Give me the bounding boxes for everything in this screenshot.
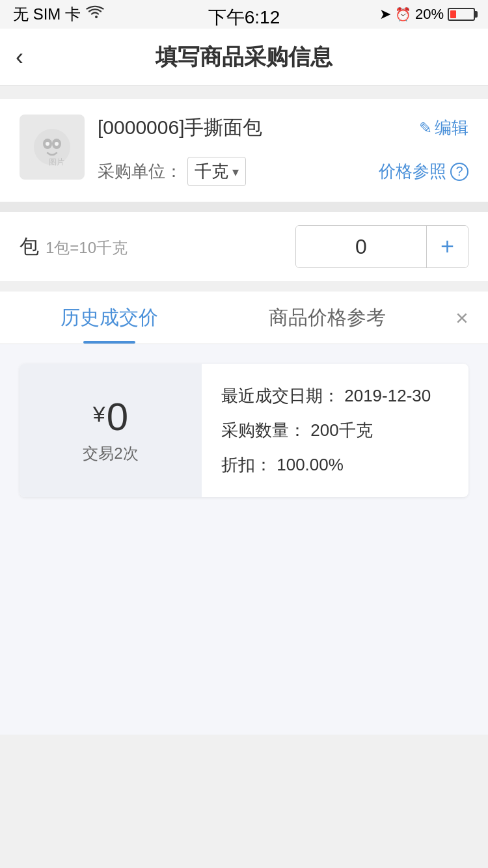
discount-label: 折扣： [221,455,272,474]
tab-close-button[interactable]: × [436,292,488,344]
tabs-container: 历史成交价 商品价格参考 × [0,292,488,344]
price-ref-label: 价格参照 [379,160,446,183]
alarm-icon: ⏰ [395,7,411,22]
tab-price-reference[interactable]: 商品价格参考 [218,292,436,344]
discount-row: 折扣： 100.00% [221,452,449,478]
nav-bar: ‹ 填写商品采购信息 [0,29,488,86]
quantity-label: 包 1包=10千克 [20,234,128,260]
price-symbol: ¥ [93,403,105,425]
product-title-row: [0000006]手撕面包 ✎ 编辑 [98,115,468,141]
unit-select[interactable]: 千克 ▾ [187,157,246,186]
battery-icon [448,8,475,21]
product-card: 图片 [0000006]手撕面包 ✎ 编辑 采购单位： 千克 ▾ [0,99,488,202]
svg-point-3 [46,142,49,146]
transaction-price: ¥ 0 [93,398,128,437]
product-name: [0000006]手撕面包 [98,115,262,141]
recent-date-value: 2019-12-30 [344,386,431,405]
transaction-card: ¥ 0 交易2次 最近成交日期： 2019-12-30 采购数量： 200千克 … [20,364,468,497]
question-icon: ? [450,163,468,181]
status-left: 无 SIM 卡 [13,4,104,25]
purchase-quantity-label: 采购数量： [221,420,306,440]
status-time: 下午6:12 [208,5,280,30]
tab-history-price[interactable]: 历史成交价 [0,292,218,344]
quantity-plus-button[interactable]: + [426,226,468,267]
discount-value: 100.00% [277,455,344,474]
edit-label: 编辑 [435,116,468,139]
product-image: 图片 [20,115,85,180]
recent-date-label: 最近成交日期： [221,386,340,405]
transaction-count: 交易2次 [83,443,138,464]
carrier-label: 无 SIM 卡 [13,4,81,25]
tab-underline [83,341,135,344]
edit-icon: ✎ [419,119,432,137]
battery-percent: 20% [415,6,444,23]
svg-point-4 [55,142,59,146]
unit-label: 采购单位： 千克 ▾ [98,157,246,186]
purchase-quantity-row: 采购数量： 200千克 [221,418,449,443]
section-divider [0,202,488,212]
chevron-down-icon: ▾ [232,164,239,180]
quantity-control: + [295,225,468,268]
transaction-details: 最近成交日期： 2019-12-30 采购数量： 200千克 折扣： 100.0… [202,364,468,497]
price-value: 0 [107,398,128,437]
quantity-row: 包 1包=10千克 + [0,212,488,281]
status-right: ➤ ⏰ 20% [379,6,475,23]
quantity-input[interactable] [296,226,426,267]
back-button[interactable]: ‹ [16,44,23,71]
content-area: ¥ 0 交易2次 最近成交日期： 2019-12-30 采购数量： 200千克 … [0,344,488,735]
quantity-unit-label: 包 [20,234,39,260]
wifi-icon [86,5,104,23]
product-unit-row: 采购单位： 千克 ▾ 价格参照 ? [98,157,468,186]
edit-button[interactable]: ✎ 编辑 [419,116,468,139]
svg-text:图片: 图片 [49,157,64,167]
purchase-quantity-value: 200千克 [310,420,372,440]
transaction-price-section: ¥ 0 交易2次 [20,364,202,497]
recent-date-row: 最近成交日期： 2019-12-30 [221,383,449,409]
price-ref-button[interactable]: 价格参照 ? [379,160,468,183]
product-header: 图片 [0000006]手撕面包 ✎ 编辑 采购单位： 千克 ▾ [20,115,468,186]
location-icon: ➤ [379,6,391,23]
quantity-conversion: 1包=10千克 [46,237,128,258]
status-bar: 无 SIM 卡 下午6:12 ➤ ⏰ 20% [0,0,488,29]
product-info: [0000006]手撕面包 ✎ 编辑 采购单位： 千克 ▾ 价格参照 ? [98,115,468,186]
page-title: 填写商品采购信息 [156,42,332,72]
